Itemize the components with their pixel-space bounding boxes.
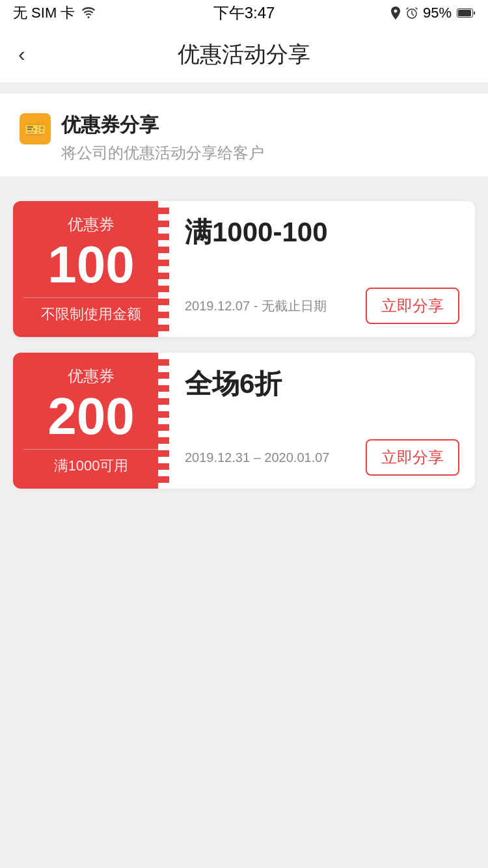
- coupon-date-1: 2019.12.07 - 无截止日期: [185, 297, 359, 315]
- coupon-icon: 🎫: [25, 119, 46, 139]
- page-title: 优惠活动分享: [178, 40, 310, 70]
- back-button[interactable]: ‹: [18, 42, 25, 66]
- status-left: 无 SIM 卡: [13, 3, 96, 23]
- alarm-icon: [406, 7, 418, 20]
- section-header: 🎫 优惠券分享 将公司的优惠活动分享给客户: [0, 94, 488, 176]
- coupon-left-2: 优惠券 200 满1000可用: [13, 353, 169, 489]
- coupon-right-1: 满1000-100 2019.12.07 - 无截止日期 立即分享: [169, 201, 475, 337]
- share-button-1[interactable]: 立即分享: [366, 288, 459, 324]
- coupon-footer-2: 2019.12.31 – 2020.01.07 立即分享: [185, 439, 459, 476]
- share-button-2[interactable]: 立即分享: [366, 439, 459, 476]
- status-bar: 无 SIM 卡 下午3:47 95%: [0, 0, 488, 26]
- coupon-condition-1: 不限制使用金额: [23, 297, 159, 324]
- coupon-right-2: 全场6折 2019.12.31 – 2020.01.07 立即分享: [169, 353, 475, 489]
- coupon-list: 优惠券 100 不限制使用金额 满1000-100 2019.12.07 - 无…: [0, 188, 488, 489]
- battery-icon: [457, 8, 475, 18]
- location-icon: [390, 7, 401, 20]
- status-time: 下午3:47: [213, 3, 275, 23]
- nav-bar: ‹ 优惠活动分享: [0, 26, 488, 83]
- coupon-footer-1: 2019.12.07 - 无截止日期 立即分享: [185, 288, 459, 324]
- carrier-text: 无 SIM 卡: [13, 3, 75, 23]
- coupon-card-2: 优惠券 200 满1000可用 全场6折 2019.12.31 – 2020.0…: [13, 353, 475, 489]
- coupon-card-1: 优惠券 100 不限制使用金额 满1000-100 2019.12.07 - 无…: [13, 201, 475, 337]
- coupon-amount-2: 200: [47, 390, 134, 442]
- section-divider-bottom: [0, 178, 488, 188]
- coupon-title-2: 全场6折: [185, 366, 459, 402]
- coupon-left-1: 优惠券 100 不限制使用金额: [13, 201, 169, 337]
- section-divider-top: [0, 83, 488, 94]
- section-text: 优惠券分享 将公司的优惠活动分享给客户: [61, 112, 264, 163]
- coupon-condition-2: 满1000可用: [23, 449, 159, 476]
- section-subtitle: 将公司的优惠活动分享给客户: [61, 142, 264, 163]
- coupon-label-2: 优惠券: [68, 366, 115, 387]
- svg-rect-2: [458, 10, 471, 16]
- section-icon-box: 🎫: [20, 113, 51, 144]
- battery-text: 95%: [423, 5, 452, 21]
- wifi-icon: [81, 7, 96, 19]
- section-title: 优惠券分享: [61, 112, 264, 139]
- coupon-date-2: 2019.12.31 – 2020.01.07: [185, 450, 359, 465]
- coupon-amount-1: 100: [47, 239, 134, 291]
- status-right: 95%: [390, 5, 475, 21]
- coupon-label-1: 优惠券: [68, 214, 115, 235]
- coupon-title-1: 满1000-100: [185, 214, 459, 251]
